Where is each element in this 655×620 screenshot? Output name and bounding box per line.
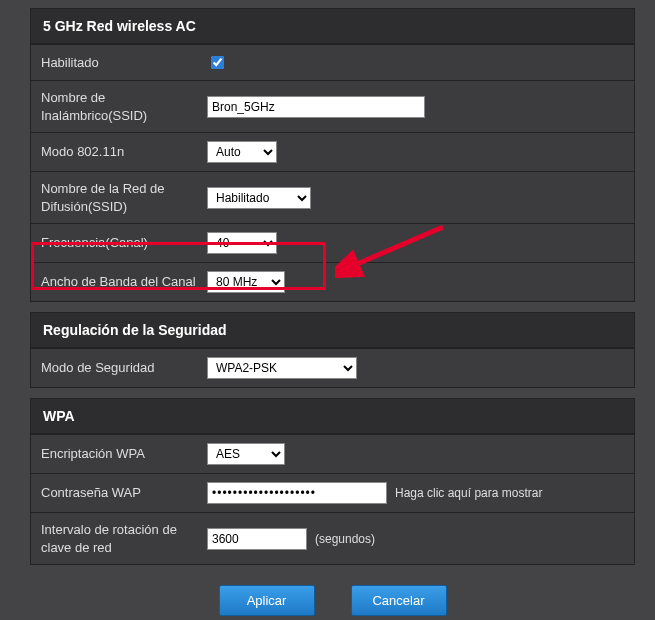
- frequency-select[interactable]: 40: [207, 232, 277, 254]
- ssid-input[interactable]: [207, 96, 425, 118]
- row-mode: Modo 802.11n Auto: [31, 132, 634, 171]
- frequency-label: Frecuencia(Canal): [41, 234, 207, 252]
- wpa-encryption-select[interactable]: AES: [207, 443, 285, 465]
- wpa-encryption-label: Encriptación WPA: [41, 445, 207, 463]
- key-rotation-label: Intervalo de rotación de clave de red: [41, 521, 207, 556]
- show-password-hint[interactable]: Haga clic aquí para mostrar: [395, 486, 542, 500]
- broadcast-label: Nombre de la Red de Difusión(SSID): [41, 180, 207, 215]
- ssid-label: Nombre de Inalámbrico(SSID): [41, 89, 207, 124]
- row-security-mode: Modo de Seguridad WPA2-PSK: [31, 348, 634, 387]
- wireless-5ghz-title: 5 GHz Red wireless AC: [31, 9, 634, 44]
- cancel-button[interactable]: Cancelar: [351, 585, 447, 616]
- mode-select[interactable]: Auto: [207, 141, 277, 163]
- key-rotation-unit: (segundos): [315, 532, 375, 546]
- broadcast-select[interactable]: Habilitado: [207, 187, 311, 209]
- wpa-title: WPA: [31, 399, 634, 434]
- row-bandwidth: Ancho de Banda del Canal 80 MHz: [31, 262, 634, 301]
- row-wpa-encryption: Encriptación WPA AES: [31, 434, 634, 473]
- bandwidth-select[interactable]: 80 MHz: [207, 271, 285, 293]
- security-panel: Regulación de la Seguridad Modo de Segur…: [30, 312, 635, 388]
- wap-password-input[interactable]: [207, 482, 387, 504]
- mode-label: Modo 802.11n: [41, 143, 207, 161]
- security-title: Regulación de la Seguridad: [31, 313, 634, 348]
- row-key-rotation: Intervalo de rotación de clave de red (s…: [31, 512, 634, 564]
- row-frequency: Frecuencia(Canal) 40: [31, 223, 634, 262]
- key-rotation-input[interactable]: [207, 528, 307, 550]
- wap-password-label: Contraseña WAP: [41, 484, 207, 502]
- apply-button[interactable]: Aplicar: [219, 585, 315, 616]
- enabled-checkbox[interactable]: [211, 56, 224, 69]
- settings-page: 5 GHz Red wireless AC Habilitado Nombre …: [0, 0, 655, 620]
- security-mode-label: Modo de Seguridad: [41, 359, 207, 377]
- enabled-label: Habilitado: [41, 54, 207, 72]
- bandwidth-label: Ancho de Banda del Canal: [41, 273, 207, 291]
- security-mode-select[interactable]: WPA2-PSK: [207, 357, 357, 379]
- wpa-panel: WPA Encriptación WPA AES Contraseña WAP …: [30, 398, 635, 565]
- row-enabled: Habilitado: [31, 44, 634, 80]
- row-ssid: Nombre de Inalámbrico(SSID): [31, 80, 634, 132]
- action-buttons: Aplicar Cancelar: [30, 585, 635, 616]
- row-broadcast: Nombre de la Red de Difusión(SSID) Habil…: [31, 171, 634, 223]
- wireless-5ghz-panel: 5 GHz Red wireless AC Habilitado Nombre …: [30, 8, 635, 302]
- row-wap-password: Contraseña WAP Haga clic aquí para mostr…: [31, 473, 634, 512]
